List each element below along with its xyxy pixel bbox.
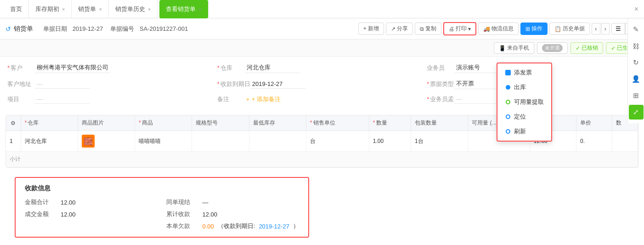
operation-dropdown: 添发票 出库 可用量提取 定位 刷新 — [497, 63, 552, 142]
right-sidebar: ✎ ⛓ ↻ 👤 ⊞ ⤢ — [627, 18, 644, 123]
dropdown-outbound[interactable]: 出库 — [497, 80, 551, 95]
add-note-button[interactable]: ＋ + 添加备注 — [245, 95, 281, 103]
sidebar-edit-icon[interactable]: ✎ — [629, 22, 644, 37]
col-sales-unit: 销售单位 — [306, 115, 369, 131]
due-row: 本单欠款 0.00 （收款到期日: 2019-12-27 ） — [166, 222, 299, 230]
row-unit: 台 — [306, 131, 369, 152]
sidebar-refresh-icon[interactable]: ↻ — [629, 55, 644, 70]
payment-title: 收款信息 — [25, 184, 299, 193]
dropdown-available-qty[interactable]: 可用量提取 — [497, 95, 551, 109]
close-main[interactable]: × — [634, 5, 638, 13]
prev-button[interactable]: ‹ — [592, 23, 600, 34]
cumulative-row: 累计收款 12.00 — [166, 210, 299, 218]
print-button[interactable]: 🖨 打印 ▾ — [443, 22, 476, 35]
due-label: 本单欠款 — [166, 222, 198, 230]
due-date: 2019-12-27 — [259, 223, 289, 230]
col-spec: 规格型号 — [192, 115, 249, 131]
view-list-button[interactable]: ☰ — [611, 23, 625, 34]
nav-arrows: ‹ › — [592, 23, 610, 34]
doc-icon: ↺ — [6, 25, 11, 33]
doc-number-value: SA-20191227-001 — [140, 25, 188, 32]
address-value: — — [35, 80, 90, 89]
tab-inventory-start[interactable]: 库存期初 × — [29, 0, 72, 18]
cumulative-value: 12.00 — [202, 211, 217, 218]
product-thumbnail: 🧱 — [82, 135, 95, 148]
tab-home[interactable]: 首页 — [4, 0, 29, 18]
col-product: 商品 — [135, 115, 192, 131]
close-tab-inventory[interactable]: × — [62, 6, 65, 12]
history-button[interactable]: 📋 历史单据 — [549, 23, 590, 35]
dropdown-locate[interactable]: 定位 — [497, 109, 551, 124]
check-icon: ✓ — [576, 45, 580, 51]
doc-date-label: 单据日期 2019-12-27 — [43, 25, 103, 33]
row-min-stock — [249, 131, 306, 152]
tab-sales-history[interactable]: 销货单历史 × — [109, 0, 158, 18]
logistics-button[interactable]: 🚚 物流信息 — [478, 23, 519, 35]
from-phone-button[interactable]: 📱 来自手机 — [494, 42, 534, 54]
close-tab-history[interactable]: × — [148, 6, 151, 12]
project-field: 项目 — — [7, 95, 217, 104]
copy-button[interactable]: ⧉ 复制 — [415, 23, 441, 35]
payment-box: 收款信息 金额合计 12.00 同单现结 — 成交金额 12.00 累计收款 1… — [15, 177, 309, 238]
doc-type-label: 销货单 — [14, 25, 33, 33]
row-product-name: 嘻嘻嘻嘻 — [135, 131, 192, 152]
row-pkg-qty: 1台 — [411, 131, 468, 152]
customer-value: 柳州粤港平安气体有限公司 — [35, 63, 110, 73]
tab-sales-order[interactable]: 销货单 × — [72, 0, 108, 18]
phone-icon: 📱 — [499, 45, 506, 51]
print-arrow: ▾ — [468, 26, 471, 32]
row-warehouse: 河北仓库 — [21, 131, 78, 152]
toolbar-right: + 新增 ↗ 分享 ⧉ 复制 🖨 打印 ▾ 🚚 物流信息 ⊞ 操作 — [358, 22, 638, 35]
share-icon: ↗ — [391, 26, 395, 32]
new-button[interactable]: + 新增 — [358, 23, 384, 35]
close-tab-sales[interactable]: × — [99, 6, 102, 12]
row-amount — [612, 131, 638, 152]
subtotal-label: 小计 — [6, 152, 638, 167]
sidebar-expand-icon[interactable]: ⤢ — [629, 105, 644, 120]
share-button[interactable]: ↗ 分享 — [386, 23, 413, 35]
due-note: （收款到期日: — [218, 222, 255, 230]
col-min-stock: 最低库存 — [249, 115, 306, 131]
history-icon: 📋 — [554, 26, 561, 32]
col-product-img: 商品图片 — [78, 115, 135, 131]
print-icon: 🖨 — [449, 26, 454, 32]
row-spec — [192, 131, 249, 152]
tab-view-sales[interactable]: 查看销货单 × — [159, 0, 208, 18]
not-open-badge: 未开票 — [542, 44, 563, 52]
outbound-icon — [505, 84, 511, 91]
sub-toolbar: 📱 来自手机 未开票 ✓ 已核销 ✓ 已生效 — [0, 40, 644, 57]
transaction-label: 成交金额 — [25, 210, 57, 218]
grid-icon: ⊞ — [525, 26, 530, 32]
row-product-img: 🧱 — [78, 131, 135, 152]
customer-label: 客户 — [7, 64, 35, 72]
note-field: 备注 ＋ + 添加备注 — [217, 95, 427, 103]
ticket-label: 票据类型 — [427, 80, 454, 88]
dropdown-refresh[interactable]: 刷新 — [497, 124, 551, 139]
next-button[interactable]: › — [601, 23, 610, 34]
doc-date-value: 2019-12-27 — [73, 25, 103, 32]
customer-field: 客户 柳州粤港平安气体有限公司 — [7, 63, 217, 73]
total-row: 金额合计 12.00 — [25, 198, 157, 206]
sidebar-data-icon[interactable]: ⊞ — [629, 88, 644, 103]
dropdown-add-invoice[interactable]: 添发票 — [497, 65, 551, 80]
not-open-button[interactable]: 未开票 — [537, 42, 568, 54]
col-qty: 数量 — [369, 115, 411, 131]
same-order-row: 同单现结 — — [166, 198, 299, 206]
col-pkg-qty: 包装数量 — [411, 115, 468, 131]
close-tab-view[interactable]: × — [198, 6, 201, 12]
operation-button[interactable]: ⊞ 操作 — [520, 23, 548, 35]
project-value: — — [35, 95, 90, 104]
doc-number-label: 单据编号 SA-20191227-001 — [110, 25, 188, 33]
address-label: 客户地址 — [7, 80, 35, 88]
cumulative-label: 累计收款 — [166, 210, 198, 218]
checked-button[interactable]: ✓ 已核销 — [571, 42, 603, 54]
truck-icon: 🚚 — [483, 26, 490, 32]
warehouse-label: 仓库 — [217, 64, 245, 72]
address-field: 客户地址 — — [7, 80, 217, 89]
salesperson-label: 业务员 — [427, 64, 454, 72]
sidebar-user-icon[interactable]: 👤 — [629, 72, 644, 86]
toolbar: ↺ 销货单 单据日期 2019-12-27 单据编号 SA-20191227-0… — [0, 18, 644, 40]
sidebar-link-icon[interactable]: ⛓ — [629, 39, 644, 53]
total-label: 金额合计 — [25, 198, 57, 206]
warehouse-value: 河北仓库 — [245, 63, 300, 73]
